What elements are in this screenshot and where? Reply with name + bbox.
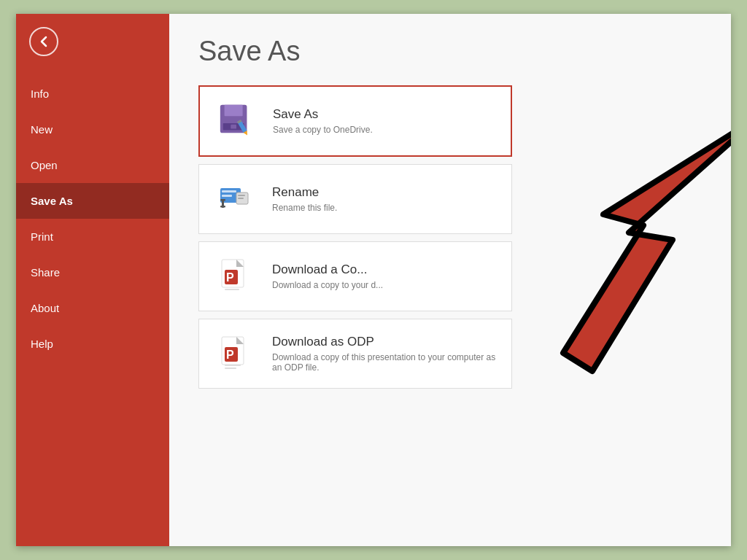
- svg-text:P: P: [226, 271, 234, 284]
- save-as-icon: [211, 96, 262, 147]
- rename-option[interactable]: Rename Rename this file.: [198, 164, 512, 234]
- svg-rect-28: [225, 368, 236, 369]
- svg-rect-15: [238, 198, 244, 199]
- svg-rect-21: [225, 289, 239, 290]
- svg-rect-12: [220, 206, 225, 208]
- svg-rect-11: [220, 199, 225, 201]
- sidebar-item-print[interactable]: Print: [16, 219, 169, 254]
- svg-rect-27: [225, 365, 241, 366]
- save-as-text: Save As Save a copy to OneDrive.: [273, 107, 373, 135]
- back-button[interactable]: [23, 21, 63, 61]
- save-as-title: Save As: [273, 107, 373, 122]
- sidebar-item-info[interactable]: Info: [16, 76, 169, 112]
- svg-rect-14: [238, 195, 245, 196]
- download-copy-title: Download a Co...: [272, 262, 383, 277]
- back-circle-icon: [29, 27, 58, 56]
- sidebar-item-new[interactable]: New: [16, 112, 169, 147]
- download-copy-option[interactable]: P Download a Co... Download a copy to yo…: [198, 241, 512, 311]
- svg-rect-3: [231, 125, 236, 129]
- download-odp-desc: Download a copy of this presentation to …: [272, 352, 500, 373]
- main-content: Save As: [169, 14, 731, 546]
- sidebar-item-save-as[interactable]: Save As: [16, 183, 169, 219]
- svg-rect-9: [222, 195, 232, 197]
- sidebar: Info New Open Save As Print Share About …: [16, 14, 169, 546]
- svg-text:P: P: [226, 349, 234, 361]
- svg-rect-1: [225, 105, 243, 116]
- rename-icon: [210, 174, 261, 225]
- save-as-option[interactable]: Save As Save a copy to OneDrive.: [198, 85, 512, 157]
- page-title: Save As: [198, 36, 702, 67]
- download-copy-text: Download a Co... Download a copy to your…: [272, 262, 383, 290]
- rename-title: Rename: [272, 185, 337, 200]
- rename-desc: Rename this file.: [272, 203, 337, 213]
- sidebar-item-open[interactable]: Open: [16, 147, 169, 183]
- download-odp-title: Download as ODP: [272, 335, 500, 349]
- download-odp-text: Download as ODP Download a copy of this …: [272, 335, 500, 373]
- sidebar-item-about[interactable]: About: [16, 290, 169, 326]
- download-odp-icon: P: [210, 328, 261, 379]
- app-window: Info New Open Save As Print Share About …: [16, 14, 731, 546]
- save-as-desc: Save a copy to OneDrive.: [273, 125, 373, 135]
- download-copy-desc: Download a copy to your d...: [272, 280, 383, 290]
- download-odp-option[interactable]: P Download as ODP Download a copy of thi…: [198, 319, 512, 389]
- arrow-indicator: [483, 101, 731, 393]
- svg-rect-8: [222, 190, 236, 192]
- sidebar-nav: Info New Open Save As Print Share About …: [16, 76, 169, 362]
- sidebar-item-share[interactable]: Share: [16, 254, 169, 290]
- download-copy-icon: P: [210, 251, 261, 302]
- svg-marker-29: [563, 116, 731, 371]
- rename-text: Rename Rename this file.: [272, 185, 337, 213]
- sidebar-item-help[interactable]: Help: [16, 326, 169, 362]
